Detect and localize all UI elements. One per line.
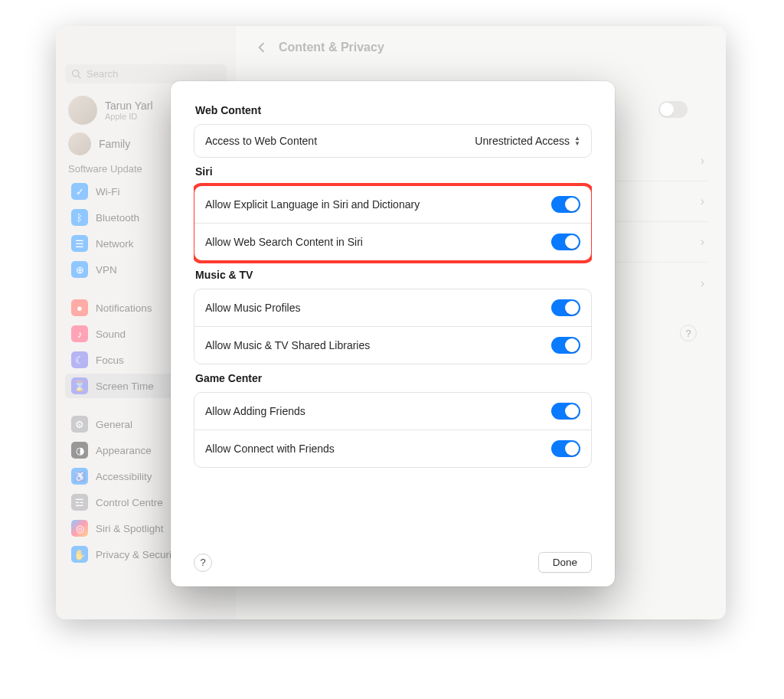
sidebar-item-label: Focus [96, 354, 124, 366]
background-help-button[interactable]: ? [680, 325, 697, 341]
sidebar-item-label: Notifications [96, 302, 152, 314]
sidebar-item-label: Sound [96, 328, 126, 340]
section-title-music: Music & TV [195, 269, 590, 281]
back-button[interactable] [254, 40, 270, 55]
family-avatar [68, 132, 91, 155]
search-icon [71, 69, 82, 80]
help-button[interactable]: ? [194, 554, 212, 572]
row-label: Allow Connect with Friends [205, 443, 335, 455]
section-title-siri: Siri [195, 165, 590, 178]
network-icon: ☰ [71, 235, 88, 252]
chevron-right-icon: › [701, 154, 704, 168]
stepper-icon: ▲▼ [574, 136, 580, 146]
sound-icon: ♪ [71, 325, 88, 342]
accessibility-icon: ♿ [71, 468, 88, 485]
allow-connect-friends-toggle[interactable] [551, 440, 580, 457]
done-button[interactable]: Done [538, 552, 592, 573]
breadcrumb: Content & Privacy [254, 40, 707, 55]
main-pane: Content & Privacy [236, 26, 726, 69]
allow-web-search-siri-toggle[interactable] [551, 234, 580, 250]
row-label: Allow Explicit Language in Siri and Dict… [205, 198, 420, 211]
sidebar-item-label: Bluetooth [96, 212, 139, 224]
allow-music-profiles-row: Allow Music Profiles [194, 289, 591, 326]
section-title-web: Web Content [195, 104, 590, 116]
content-privacy-sheet: Web Content Access to Web Content Unrest… [171, 81, 615, 586]
page-title: Content & Privacy [279, 41, 384, 54]
sidebar-item-label: Privacy & Security [96, 549, 180, 560]
access-web-content-row[interactable]: Access to Web Content Unrestricted Acces… [194, 125, 591, 157]
row-label: Allow Music & TV Shared Libraries [205, 339, 370, 351]
music-tv-card: Allow Music Profiles Allow Music & TV Sh… [194, 289, 592, 364]
sidebar-item-label: Control Centre [96, 497, 163, 508]
allow-explicit-language-toggle[interactable] [551, 196, 580, 213]
sliders-icon: ☲ [71, 494, 88, 511]
web-content-card: Access to Web Content Unrestricted Acces… [194, 124, 592, 158]
allow-adding-friends-toggle[interactable] [551, 403, 580, 420]
sidebar-item-label: Accessibility [96, 471, 152, 482]
row-label: Access to Web Content [205, 135, 317, 147]
allow-explicit-language-row: Allow Explicit Language in Siri and Dict… [194, 186, 591, 223]
access-web-content-select[interactable]: Unrestricted Access ▲▼ [475, 135, 580, 147]
section-title-game: Game Center [195, 372, 590, 384]
allow-web-search-siri-row: Allow Web Search Content in Siri [194, 223, 591, 260]
game-center-card: Allow Adding Friends Allow Connect with … [194, 392, 592, 468]
wifi-icon: ✓ [71, 183, 88, 200]
bell-icon: ● [71, 299, 88, 316]
sidebar-item-label: Screen Time [96, 381, 154, 392]
moon-icon: ☾ [71, 351, 88, 368]
allow-shared-libraries-row: Allow Music & TV Shared Libraries [194, 326, 591, 364]
row-label: Allow Music Profiles [205, 302, 300, 314]
allow-connect-friends-row: Allow Connect with Friends [194, 430, 591, 467]
select-value: Unrestricted Access [475, 135, 570, 147]
bluetooth-icon: ᛒ [71, 209, 88, 226]
chevron-right-icon: › [701, 235, 704, 249]
sidebar-item-label: Wi-Fi [96, 186, 119, 198]
sidebar-item-label: General [96, 419, 132, 430]
allow-adding-friends-row: Allow Adding Friends [194, 393, 591, 430]
allow-shared-libraries-toggle[interactable] [551, 337, 580, 354]
siri-icon: ◎ [71, 520, 88, 537]
search-placeholder: Search [87, 68, 118, 80]
siri-card-highlighted: Allow Explicit Language in Siri and Dict… [194, 185, 592, 261]
appearance-icon: ◑ [71, 442, 88, 459]
row-label: Allow Web Search Content in Siri [205, 236, 363, 248]
sidebar-item-label: Appearance [96, 445, 152, 456]
sidebar-item-label: VPN [96, 264, 117, 276]
hourglass-icon: ⌛ [71, 377, 88, 394]
account-name: Tarun Yarl [105, 100, 153, 112]
gear-icon: ⚙ [71, 416, 88, 433]
chevron-right-icon: › [701, 194, 704, 208]
allow-music-profiles-toggle[interactable] [551, 299, 580, 316]
avatar [68, 96, 97, 125]
hand-icon: ✋ [71, 546, 88, 563]
sidebar-item-label: Network [96, 238, 134, 250]
account-sub: Apple ID [105, 112, 153, 121]
background-toggle[interactable] [658, 101, 688, 118]
row-label: Allow Adding Friends [205, 405, 305, 417]
sidebar-item-label: Siri & Spotlight [96, 523, 164, 534]
vpn-icon: ⊕ [71, 261, 88, 278]
chevron-right-icon: › [701, 276, 704, 290]
family-label: Family [99, 138, 130, 150]
sheet-footer: ? Done [194, 543, 592, 573]
